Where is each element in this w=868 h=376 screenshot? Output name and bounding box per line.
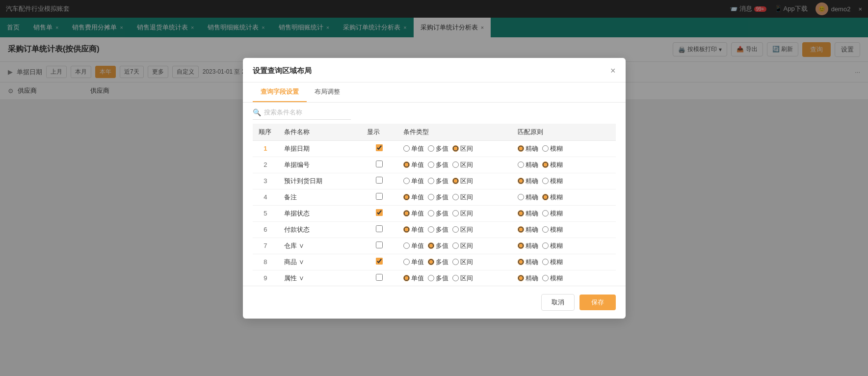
tab-query-fields-label: 查询字段设置 — [261, 88, 299, 95]
dialog-overlay: 设置查询区域布局 × 查询字段设置 布局调整 🔍 顺序 — [0, 0, 868, 99]
tab-query-fields[interactable]: 查询字段设置 — [253, 82, 307, 100]
dialog-title: 设置查询区域布局 — [253, 66, 312, 76]
dialog-close-button[interactable]: × — [610, 66, 616, 76]
tab-layout-label: 布局调整 — [315, 88, 340, 95]
dialog-tabs: 查询字段设置 布局调整 — [243, 82, 626, 100]
dialog-header: 设置查询区域布局 × — [243, 58, 626, 82]
tab-layout[interactable]: 布局调整 — [307, 82, 348, 100]
settings-dialog: 设置查询区域布局 × 查询字段设置 布局调整 🔍 顺序 — [243, 58, 626, 100]
